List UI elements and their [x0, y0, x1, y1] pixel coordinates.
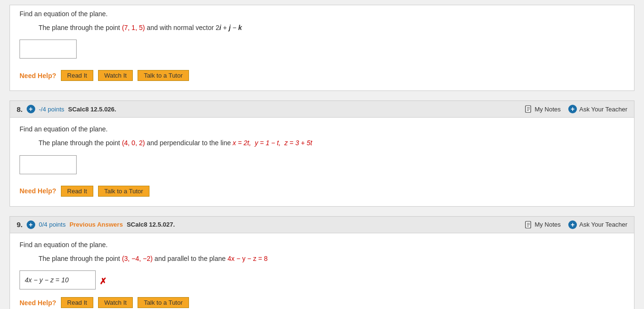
q9-watch-btn[interactable]: Watch It	[98, 297, 133, 308]
top-find-text: Find an equation of the plane.	[20, 10, 624, 18]
q9-tutor-btn[interactable]: Talk to a Tutor	[138, 297, 189, 308]
top-plane-desc: The plane through the point (7, 1, 5) an…	[39, 22, 624, 33]
q9-problem-code: SCalc8 12.5.027.	[127, 221, 175, 228]
q8-header: 8. + -/4 points SCalc8 12.5.026. My Note…	[10, 101, 634, 118]
q9-answer-row: 4x − y − z = 10 ✗	[20, 270, 624, 292]
top-vec-i: i	[219, 24, 221, 31]
q9-number: 9.	[17, 220, 23, 229]
q8-read-btn[interactable]: Read It	[61, 186, 93, 197]
q9-read-btn[interactable]: Read It	[61, 297, 93, 308]
q8-ask-teacher-label: Ask Your Teacher	[579, 106, 627, 113]
q9-need-help-row: Need Help? Read It Watch It Talk to a Tu…	[20, 297, 624, 308]
q9-plane-eq: 4x − y − z = 8	[228, 255, 268, 262]
q8-notes-icon	[525, 105, 532, 113]
q8-need-help-label: Need Help?	[20, 187, 56, 195]
q9-notes-icon	[525, 221, 532, 229]
q8-header-right: My Notes + Ask Your Teacher	[525, 105, 627, 113]
q9-ask-plus-icon: +	[568, 220, 577, 229]
q9-plane-desc: The plane through the point (3, −4, −2) …	[39, 253, 624, 264]
top-vec-k: k	[238, 24, 242, 31]
top-answer-input[interactable]	[20, 40, 77, 59]
q9-need-help-label: Need Help?	[20, 299, 56, 307]
top-need-help-label: Need Help?	[20, 72, 56, 80]
q8-eq-y: y = 1 − t,	[255, 139, 280, 147]
q8-my-notes-label: My Notes	[535, 106, 561, 113]
q8-ask-teacher-btn[interactable]: + Ask Your Teacher	[568, 105, 627, 113]
top-watch-btn[interactable]: Watch It	[98, 70, 133, 81]
q9-plus-icon[interactable]: +	[27, 220, 35, 229]
q8-ask-plus-icon: +	[568, 105, 577, 113]
q9-header: 9. + 0/4 points Previous Answers SCalc8 …	[10, 217, 634, 233]
q8-header-left: 8. + -/4 points SCalc8 12.5.026.	[17, 105, 116, 113]
q9-ask-teacher-label: Ask Your Teacher	[579, 221, 627, 228]
q8-point: (4, 0, 2)	[122, 139, 145, 147]
q9-header-left: 9. + 0/4 points Previous Answers SCalc8 …	[17, 220, 175, 229]
question-9-block: 9. + 0/4 points Previous Answers SCalc8 …	[10, 216, 634, 309]
q9-answer-display: 4x − y − z = 10	[20, 270, 96, 289]
q9-my-notes-btn[interactable]: My Notes	[525, 221, 561, 229]
q8-number: 8.	[17, 105, 23, 113]
q9-point: (3, −4, −2)	[122, 255, 153, 262]
top-need-help-row: Need Help? Read It Watch It Talk to a Tu…	[20, 70, 624, 81]
q8-points: -/4 points	[39, 106, 64, 113]
q9-body: Find an equation of the plane. The plane…	[10, 233, 634, 309]
q8-answer-input[interactable]	[20, 155, 77, 174]
top-tutor-btn[interactable]: Talk to a Tutor	[138, 70, 189, 81]
q8-find-text: Find an equation of the plane.	[20, 125, 624, 133]
q9-prev-answers[interactable]: Previous Answers	[69, 221, 123, 228]
q9-header-right: My Notes + Ask Your Teacher	[525, 220, 627, 229]
q8-eq-x: x = 2t,	[233, 139, 251, 147]
q8-problem-code: SCalc8 12.5.026.	[68, 106, 116, 113]
question-8-block: 8. + -/4 points SCalc8 12.5.026. My Note…	[10, 100, 634, 206]
top-vec-j: j	[229, 24, 231, 31]
top-read-btn[interactable]: Read It	[61, 70, 93, 81]
q9-find-text: Find an equation of the plane.	[20, 241, 624, 249]
q8-plus-icon[interactable]: +	[27, 105, 35, 113]
top-point: (7, 1, 5)	[122, 24, 145, 31]
q8-my-notes-btn[interactable]: My Notes	[525, 105, 561, 113]
q9-wrong-mark: ✗	[99, 276, 107, 287]
q8-eq-z: z = 3 + 5t	[284, 139, 312, 147]
q9-points: 0/4 points	[39, 221, 66, 228]
q8-body: Find an equation of the plane. The plane…	[10, 118, 634, 206]
q9-ask-teacher-btn[interactable]: + Ask Your Teacher	[568, 220, 627, 229]
q8-need-help-row: Need Help? Read It Talk to a Tutor	[20, 186, 624, 197]
q8-plane-desc: The plane through the point (4, 0, 2) an…	[39, 138, 624, 148]
q9-my-notes-label: My Notes	[535, 221, 561, 228]
q8-tutor-btn[interactable]: Talk to a Tutor	[98, 186, 149, 197]
